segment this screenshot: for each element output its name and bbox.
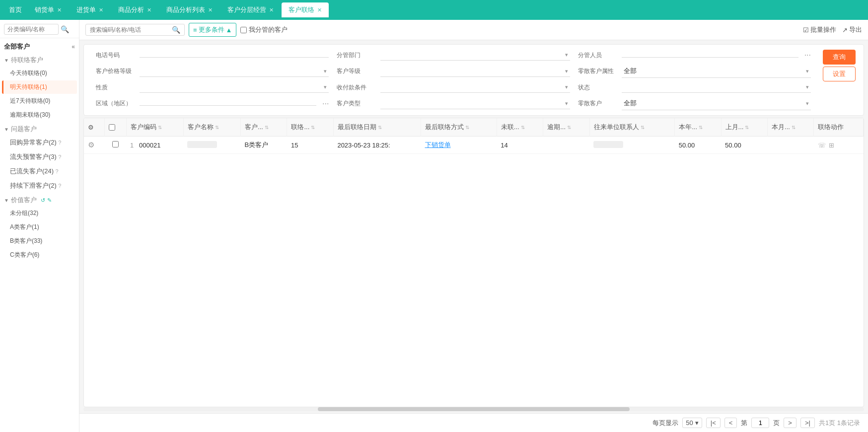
th-overdue[interactable]: 逾期... ⇅ bbox=[543, 118, 589, 137]
row-last-method-cell[interactable]: 下销货单 bbox=[421, 137, 497, 154]
per-page-label: 每页显示 bbox=[652, 419, 678, 428]
th-this-month[interactable]: 本月... ⇅ bbox=[768, 118, 814, 137]
nav-tab-sales[interactable]: 销货单 ✕ bbox=[28, 2, 69, 17]
phone-input[interactable] bbox=[140, 53, 329, 58]
th-not-contacted[interactable]: 未联... ⇅ bbox=[497, 118, 543, 137]
payment-select[interactable]: ▾ bbox=[380, 82, 570, 93]
sort-icon: ⇅ bbox=[567, 125, 571, 130]
row-category-cell: B类客户 bbox=[241, 137, 287, 154]
export-btn[interactable]: ↗ 导出 bbox=[842, 25, 862, 34]
close-icon[interactable]: ✕ bbox=[208, 7, 213, 13]
scrollbar-thumb[interactable] bbox=[318, 407, 630, 411]
nav-home[interactable]: 首页 bbox=[4, 2, 27, 17]
chevron-down-icon: ▾ bbox=[565, 52, 568, 58]
next-page-btn[interactable]: > bbox=[784, 418, 796, 428]
all-customers-header[interactable]: 全部客户 « bbox=[0, 38, 79, 53]
sidebar-item-abnormal[interactable]: 回购异常客户(2) ? bbox=[2, 136, 77, 149]
sidebar-item-ungrouped[interactable]: 未分组(32) bbox=[2, 207, 77, 220]
search-icon[interactable]: 🔍 bbox=[172, 26, 180, 34]
more-conditions-btn[interactable]: ≡ 更多条件 ▲ bbox=[189, 23, 236, 37]
th-checkbox[interactable] bbox=[105, 118, 126, 137]
page-size-select[interactable]: 50 ▾ bbox=[682, 418, 702, 428]
query-button[interactable]: 查询 bbox=[823, 50, 856, 65]
row-checkbox-cell[interactable] bbox=[105, 137, 126, 154]
nav-tab-analysis[interactable]: 商品分析 ✕ bbox=[111, 2, 158, 17]
row-not-contacted-cell: 14 bbox=[497, 137, 543, 154]
prev-page-btn[interactable]: < bbox=[724, 418, 737, 428]
th-last-contact-date[interactable]: 最后联络日期 ⇅ bbox=[333, 118, 421, 137]
my-customers-checkbox[interactable] bbox=[240, 27, 247, 33]
region-input[interactable] bbox=[140, 101, 316, 106]
settings-button[interactable]: 设置 bbox=[823, 67, 856, 81]
sidebar-search-input[interactable] bbox=[4, 24, 59, 35]
nature-select[interactable]: ▾ bbox=[140, 82, 329, 93]
nav-tab-customer-contact[interactable]: 客户联络 ✕ bbox=[282, 2, 329, 17]
chevron-down-icon: ▾ bbox=[565, 84, 568, 90]
nav-tab-customer-tier[interactable]: 客户分层经营 ✕ bbox=[220, 2, 281, 17]
dept-select[interactable]: ▾ bbox=[380, 50, 570, 61]
nav-tab-analysis-list[interactable]: 商品分析列表 ✕ bbox=[159, 2, 219, 17]
th-name[interactable]: 客户名称 ⇅ bbox=[183, 118, 240, 137]
row-name-cell bbox=[183, 137, 240, 154]
sidebar-item-declining[interactable]: 持续下滑客户(2) ? bbox=[2, 179, 77, 193]
price-level-select[interactable]: ▾ bbox=[140, 66, 329, 77]
nav-tab-purchase[interactable]: 进货单 ✕ bbox=[70, 2, 110, 17]
sidebar-item-today[interactable]: 今天待联络(0) bbox=[2, 67, 77, 80]
last-page-btn[interactable]: >| bbox=[800, 418, 815, 428]
dots-icon[interactable]: ··· bbox=[322, 99, 329, 108]
close-icon[interactable]: ✕ bbox=[57, 7, 62, 13]
sidebar-item-7days[interactable]: 近7天待联络(0) bbox=[2, 94, 77, 108]
sidebar-item-tomorrow[interactable]: 明天待联络(1) bbox=[2, 80, 77, 94]
dots-icon[interactable]: ··· bbox=[804, 51, 811, 60]
th-this-year[interactable]: 本年... ⇅ bbox=[675, 118, 721, 137]
th-contacts[interactable]: 联络... ⇅ bbox=[287, 118, 333, 137]
row-checkbox[interactable] bbox=[112, 141, 119, 147]
select-all-checkbox[interactable] bbox=[109, 124, 115, 131]
table-header-row: ⚙ 客户编码 ⇅ bbox=[84, 118, 864, 137]
customer-level-select[interactable]: ▾ bbox=[380, 66, 570, 77]
filter-retail-customer: 零散客户 全部 ▾ bbox=[574, 97, 815, 110]
th-code[interactable]: 客户编码 ⇅ bbox=[126, 118, 183, 137]
phone-action-icon[interactable]: ☏ bbox=[818, 142, 826, 149]
th-last-contact-method[interactable]: 最后联络方式 ⇅ bbox=[421, 118, 497, 137]
chevron-down-icon: ▾ bbox=[324, 68, 327, 74]
blurred-person bbox=[593, 141, 623, 148]
status-select[interactable]: ▾ bbox=[622, 82, 811, 93]
close-icon[interactable]: ✕ bbox=[269, 7, 274, 13]
close-icon[interactable]: ✕ bbox=[317, 7, 322, 13]
th-category[interactable]: 客户... ⇅ bbox=[241, 118, 287, 137]
th-contacts-person[interactable]: 往来单位联系人 ⇅ bbox=[589, 118, 674, 137]
retail-customer-select[interactable]: 全部 ▾ bbox=[622, 97, 811, 110]
row-gear-cell[interactable]: ⚙ bbox=[84, 137, 105, 154]
th-gear[interactable]: ⚙ bbox=[84, 118, 105, 137]
grid-action-icon[interactable]: ⊞ bbox=[829, 142, 834, 149]
value-group[interactable]: ▼ 价值客户 ↺ ✎ bbox=[0, 193, 79, 206]
retail-customer-label: 零散客户 bbox=[578, 99, 618, 108]
customer-type-select[interactable]: ▾ bbox=[380, 98, 570, 109]
sidebar-item-lost[interactable]: 已流失客户(24) ? bbox=[2, 164, 77, 178]
search-icon[interactable]: 🔍 bbox=[61, 25, 69, 33]
close-icon[interactable]: ✕ bbox=[99, 7, 103, 13]
my-customers-checkbox-label[interactable]: 我分管的客户 bbox=[240, 25, 288, 34]
settings-icon[interactable]: ⚙ bbox=[88, 124, 94, 131]
sidebar-item-warning[interactable]: 流失预警客户(3) ? bbox=[2, 150, 77, 164]
problem-group[interactable]: ▼ 问题客户 bbox=[0, 122, 79, 135]
customer-type-label: 客户类型 bbox=[337, 99, 376, 108]
person-input[interactable] bbox=[622, 53, 798, 58]
sidebar-item-a-class[interactable]: A类客户(1) bbox=[2, 220, 77, 234]
retail-attr-select[interactable]: 全部 ▾ bbox=[622, 65, 811, 78]
row-this-year-cell: 50.00 bbox=[675, 137, 721, 154]
first-page-btn[interactable]: |< bbox=[706, 418, 721, 428]
search-box[interactable]: 🔍 bbox=[85, 24, 185, 36]
page-input[interactable] bbox=[751, 418, 769, 428]
sidebar-item-b-class[interactable]: B类客户(33) bbox=[2, 234, 77, 248]
search-input[interactable] bbox=[90, 26, 170, 33]
sidebar-item-c-class[interactable]: C类客户(6) bbox=[2, 248, 77, 262]
th-last-month[interactable]: 上月... ⇅ bbox=[721, 118, 767, 137]
chevron-down-icon: ▾ bbox=[695, 419, 699, 427]
pending-group[interactable]: ▼ 待联络客户 bbox=[0, 53, 79, 66]
horizontal-scrollbar[interactable] bbox=[83, 407, 864, 411]
close-icon[interactable]: ✕ bbox=[147, 7, 151, 13]
sidebar-item-overdue[interactable]: 逾期未联络(30) bbox=[2, 108, 77, 122]
batch-ops-btn[interactable]: ☑ 批量操作 bbox=[803, 25, 836, 34]
